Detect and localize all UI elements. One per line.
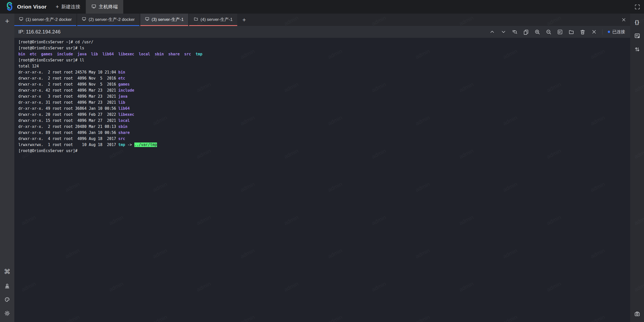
left-sidebar: + ⌘ bbox=[0, 14, 14, 322]
tab-label: (2) server-生产-2 docker bbox=[89, 17, 135, 22]
tab-server-2[interactable]: (2) server-生产-2 docker bbox=[77, 14, 139, 26]
gear-icon[interactable] bbox=[2, 308, 12, 318]
fullscreen-icon[interactable] bbox=[630, 0, 644, 14]
terminal-line: drwxr-xr-x. 15 root root 4096 Mar 27 202… bbox=[18, 118, 630, 124]
terminal-line: drwxr-xr-x. 20 root root 4096 Feb 27 202… bbox=[18, 112, 630, 118]
monitor-icon bbox=[82, 17, 86, 22]
status-dot-icon bbox=[608, 31, 610, 33]
monitor-icon bbox=[91, 4, 96, 10]
command-icon[interactable]: ⌘ bbox=[2, 267, 12, 277]
connection-status: 已连接 bbox=[608, 29, 626, 35]
menu-host-terminal[interactable]: 主机终端 bbox=[86, 0, 123, 14]
toolbar-actions: 已连接 bbox=[489, 29, 626, 35]
plus-icon: + bbox=[56, 4, 59, 10]
copy-icon[interactable] bbox=[523, 29, 529, 35]
terminal-line: drwxr-xr-x. 2 root root 4096 Nov 5 2016 … bbox=[18, 81, 630, 87]
app-title: Orion Visor bbox=[17, 4, 47, 10]
new-connection-plus-icon[interactable]: + bbox=[2, 16, 12, 26]
tab-server-4[interactable]: (4) server-生产-1 bbox=[189, 14, 237, 26]
menu-host-terminal-label: 主机终端 bbox=[99, 4, 118, 10]
zoom-out-icon[interactable] bbox=[546, 29, 552, 35]
terminal-panel: (1) server-生产-2 docker (2) server-生产-2 d… bbox=[14, 14, 630, 322]
notes-bookmark-icon[interactable] bbox=[632, 31, 642, 41]
tab-label: (1) server-生产-2 docker bbox=[26, 17, 72, 22]
search-icon[interactable] bbox=[512, 29, 518, 35]
monitor-icon bbox=[145, 17, 149, 22]
tab-label: (4) server-生产-1 bbox=[200, 17, 233, 22]
folder-icon bbox=[194, 17, 198, 22]
scroll-up-icon[interactable] bbox=[489, 29, 495, 35]
terminal-line: drwxr-xr-x 3 root root 4096 Mar 23 2021 … bbox=[18, 93, 630, 99]
tab-bar-spacer bbox=[250, 14, 617, 26]
terminal-line: drwxr-xr-x. 42 root root 4096 Mar 23 202… bbox=[18, 87, 630, 93]
scroll-down-icon[interactable] bbox=[500, 29, 506, 35]
terminal-line: [root@OrionEcsServer usr]# ls bbox=[18, 45, 630, 51]
camera-icon[interactable] bbox=[632, 309, 642, 319]
terminal-line: [root@OrionEcsServer usr]# bbox=[18, 148, 630, 154]
orion-visor-logo-icon bbox=[5, 2, 14, 12]
terminal-line: total 124 bbox=[18, 63, 630, 69]
close-icon[interactable] bbox=[617, 14, 630, 26]
orion-visor-app: Orion Visor + 新建连接 主机终端 bbox=[0, 0, 644, 322]
terminal-tab-bar: (1) server-生产-2 docker (2) server-生产-2 d… bbox=[14, 14, 630, 26]
terminal-line: lrwxrwxrwx. 1 root root 10 Aug 18 2017 t… bbox=[18, 142, 630, 148]
stamp-icon[interactable] bbox=[2, 280, 12, 291]
terminal-line: drwxr-xr-x. 89 root root 4096 Jan 10 00:… bbox=[18, 130, 630, 136]
terminal-output[interactable]: [root@OrionEcsServer ~]# cd /usr/[root@O… bbox=[14, 38, 630, 322]
ip-address-label: IP: 116.62.194.246 bbox=[18, 29, 61, 35]
tab-server-1[interactable]: (1) server-生产-2 docker bbox=[14, 14, 76, 26]
terminal-line: dr-xr-xr-x. 2 root root 24576 May 10 21:… bbox=[18, 69, 630, 75]
palette-icon[interactable] bbox=[2, 294, 12, 304]
app-logo: Orion Visor bbox=[0, 2, 47, 12]
menu-new-connection-label: 新建连接 bbox=[61, 4, 80, 10]
add-tab-button[interactable]: + bbox=[238, 14, 250, 26]
terminal-line: drwxr-xr-x. 2 root root 4096 Nov 5 2016 … bbox=[18, 75, 630, 81]
terminal-line: dr-xr-xr-x. 2 root root 20480 Mar 21 08:… bbox=[18, 124, 630, 130]
terminal-line: bin etc games include java lib lib64 lib… bbox=[18, 51, 630, 57]
terminal-line: [root@OrionEcsServer ~]# cd /usr/ bbox=[18, 39, 630, 45]
tab-server-3[interactable]: (3) server-生产-1 bbox=[140, 14, 188, 26]
menu-new-connection[interactable]: + 新建连接 bbox=[50, 0, 86, 14]
braces-icon[interactable]: {} bbox=[632, 17, 642, 27]
monitor-icon bbox=[19, 17, 23, 22]
zoom-in-icon[interactable] bbox=[534, 29, 540, 35]
toolbar-divider bbox=[602, 29, 602, 35]
top-bar: Orion Visor + 新建连接 主机终端 bbox=[0, 0, 644, 14]
close-session-icon[interactable] bbox=[591, 29, 597, 35]
tab-label: (3) server-生产-1 bbox=[152, 17, 184, 22]
terminal-line: [root@OrionEcsServer usr]# ll bbox=[18, 57, 630, 63]
session-toolbar: IP: 116.62.194.246 bbox=[14, 26, 630, 38]
terminal-line: dr-xr-xr-x. 49 root root 36864 Jan 10 00… bbox=[18, 105, 630, 112]
sort-arrows-icon[interactable] bbox=[632, 44, 642, 54]
code-icon[interactable] bbox=[557, 29, 563, 35]
folder-icon[interactable] bbox=[568, 29, 574, 35]
trash-icon[interactable] bbox=[580, 29, 586, 35]
terminal-line: drwxr-xr-x. 4 root root 4096 Aug 18 2017… bbox=[18, 136, 630, 142]
status-label: 已连接 bbox=[612, 29, 625, 35]
terminal-line: dr-xr-xr-x. 31 root root 4096 Mar 23 202… bbox=[18, 99, 630, 105]
main-row: + ⌘ bbox=[0, 14, 644, 322]
right-sidebar: {} bbox=[630, 14, 644, 322]
